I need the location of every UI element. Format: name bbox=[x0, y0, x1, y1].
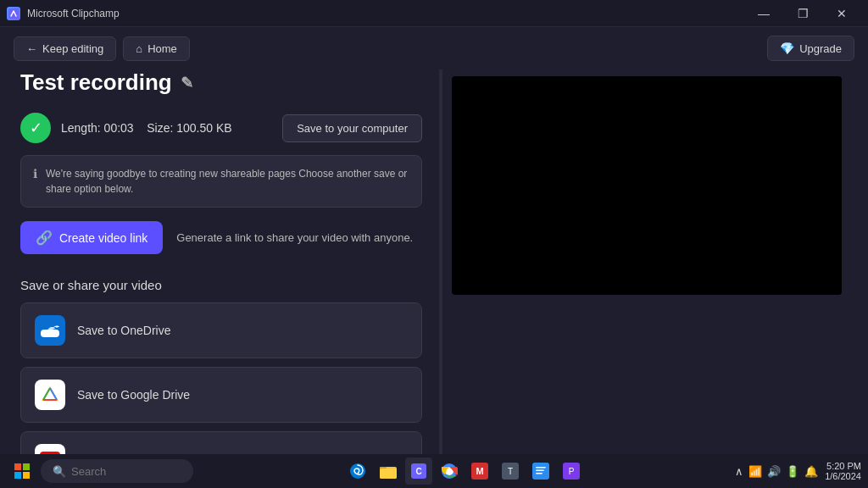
edit-title-icon[interactable]: ✎ bbox=[181, 74, 193, 92]
date-display: 1/6/2024 bbox=[825, 471, 861, 481]
window-controls[interactable]: — ❐ ✕ bbox=[744, 0, 861, 27]
onedrive-icon bbox=[35, 315, 65, 346]
svg-rect-10 bbox=[14, 472, 21, 479]
recording-length: Length: 00:03 bbox=[61, 121, 134, 135]
create-video-link-button[interactable]: 🔗 Create video link bbox=[20, 221, 163, 254]
onedrive-option[interactable]: Save to OneDrive bbox=[20, 302, 422, 358]
page-title: Test recording bbox=[20, 69, 172, 96]
taskbar-left: 🔍 bbox=[7, 456, 193, 486]
search-icon: 🔍 bbox=[53, 465, 66, 478]
link-icon: 🔗 bbox=[36, 230, 53, 246]
svg-text:P: P bbox=[568, 467, 574, 476]
nav-left: ← Keep editing ⌂ Home bbox=[14, 36, 190, 61]
video-preview bbox=[452, 76, 842, 295]
taskbar-right: ∧ 📶 🔊 🔋 🔔 5:20 PM 1/6/2024 bbox=[735, 461, 861, 481]
page-title-row: Test recording ✎ bbox=[20, 69, 422, 96]
home-button[interactable]: ⌂ Home bbox=[123, 36, 190, 61]
recording-size: Size: 100.50 KB bbox=[147, 121, 231, 135]
google-drive-option[interactable]: Save to Google Drive bbox=[20, 367, 422, 423]
svg-rect-27 bbox=[536, 470, 544, 472]
save-share-section: Save or share your video Save to OneDriv… bbox=[20, 278, 422, 468]
nav-bar: ← Keep editing ⌂ Home 💎 Upgrade bbox=[0, 27, 868, 69]
recording-info: ✓ Length: 00:03 Size: 100.50 KB Save to … bbox=[20, 113, 422, 143]
info-notice: ℹ We're saying goodbye to creating new s… bbox=[20, 155, 422, 208]
upgrade-label: Upgrade bbox=[799, 42, 842, 55]
search-input[interactable] bbox=[71, 465, 173, 478]
keep-editing-button[interactable]: ← Keep editing bbox=[14, 36, 116, 61]
create-link-label: Create video link bbox=[59, 231, 147, 245]
app-icon bbox=[7, 7, 20, 20]
windows-start-button[interactable] bbox=[7, 456, 37, 486]
svg-text:T: T bbox=[508, 467, 513, 476]
svg-line-3 bbox=[43, 388, 50, 400]
file-explorer-icon[interactable] bbox=[375, 458, 402, 485]
generate-description: Generate a link to share your video with… bbox=[176, 231, 413, 244]
left-panel: Test recording ✎ ✓ Length: 00:03 Size: 1… bbox=[20, 69, 436, 468]
svg-rect-11 bbox=[23, 472, 30, 479]
check-circle-icon: ✓ bbox=[20, 113, 51, 143]
save-to-computer-button[interactable]: Save to your computer bbox=[282, 114, 422, 142]
svg-point-20 bbox=[446, 469, 452, 474]
clock[interactable]: 5:20 PM 1/6/2024 bbox=[825, 461, 861, 481]
home-icon: ⌂ bbox=[136, 42, 142, 55]
chrome-icon[interactable] bbox=[436, 458, 463, 485]
svg-rect-28 bbox=[536, 473, 542, 474]
svg-rect-1 bbox=[41, 330, 59, 337]
create-link-row: 🔗 Create video link Generate a link to s… bbox=[20, 221, 422, 254]
title-bar: Microsoft Clipchamp — ❐ ✕ bbox=[0, 0, 868, 27]
save-share-title: Save or share your video bbox=[20, 278, 422, 292]
notification-icon[interactable]: 🔔 bbox=[804, 465, 818, 478]
chevron-icon[interactable]: ∧ bbox=[735, 465, 743, 478]
teams-icon[interactable]: T bbox=[497, 458, 524, 485]
photos-icon[interactable]: P bbox=[558, 458, 585, 485]
close-button[interactable]: ✕ bbox=[822, 0, 861, 27]
restore-button[interactable]: ❐ bbox=[783, 0, 822, 27]
svg-line-4 bbox=[50, 388, 57, 400]
onedrive-label: Save to OneDrive bbox=[77, 324, 171, 337]
recording-meta: Length: 00:03 Size: 100.50 KB bbox=[61, 121, 272, 135]
clipchamp-taskbar-icon[interactable]: C bbox=[405, 458, 432, 485]
app-title: Microsoft Clipchamp bbox=[27, 8, 120, 19]
svg-text:C: C bbox=[415, 467, 421, 476]
app-container: ← Keep editing ⌂ Home 💎 Upgrade Test rec… bbox=[0, 27, 868, 488]
google-drive-label: Save to Google Drive bbox=[77, 388, 190, 402]
notice-text: We're saying goodbye to creating new sha… bbox=[46, 166, 409, 197]
svg-marker-2 bbox=[43, 388, 57, 400]
minimize-button[interactable]: — bbox=[744, 0, 783, 27]
keep-editing-label: Keep editing bbox=[42, 42, 103, 55]
taskbar: 🔍 C bbox=[0, 454, 868, 488]
upgrade-button[interactable]: 💎 Upgrade bbox=[767, 36, 854, 61]
main-content: Test recording ✎ ✓ Length: 00:03 Size: 1… bbox=[0, 69, 868, 488]
svg-rect-8 bbox=[14, 463, 21, 470]
home-label: Home bbox=[147, 42, 177, 55]
right-panel bbox=[446, 69, 848, 468]
svg-rect-26 bbox=[536, 467, 546, 469]
gem-icon: 💎 bbox=[780, 42, 794, 55]
svg-rect-0 bbox=[8, 8, 19, 19]
system-tray-icons: ∧ 📶 🔊 🔋 🔔 bbox=[735, 465, 818, 478]
info-icon: ℹ bbox=[33, 167, 37, 180]
title-bar-left: Microsoft Clipchamp bbox=[7, 7, 120, 20]
back-arrow-icon: ← bbox=[26, 42, 37, 55]
wifi-icon[interactable]: 📶 bbox=[748, 465, 762, 478]
taskbar-center: C M T bbox=[344, 458, 585, 485]
battery-icon[interactable]: 🔋 bbox=[786, 465, 799, 478]
volume-icon[interactable]: 🔊 bbox=[767, 465, 781, 478]
taskbar-search[interactable]: 🔍 bbox=[41, 459, 193, 483]
mail-icon[interactable]: M bbox=[466, 458, 493, 485]
svg-rect-15 bbox=[380, 469, 397, 479]
time-display: 5:20 PM bbox=[826, 461, 861, 471]
panel-divider bbox=[439, 69, 442, 468]
google-drive-icon bbox=[35, 380, 65, 410]
svg-text:M: M bbox=[476, 466, 483, 476]
notes-icon[interactable] bbox=[527, 458, 554, 485]
edge-icon[interactable] bbox=[344, 458, 371, 485]
svg-rect-9 bbox=[23, 463, 30, 470]
